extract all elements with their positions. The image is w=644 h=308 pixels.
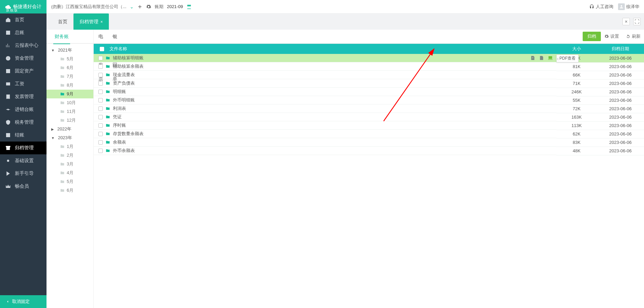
refresh-button[interactable]: 刷新 [622,33,644,39]
tree-month[interactable]: 7月 [47,72,93,81]
settings-button[interactable]: 设置 [601,33,622,39]
nav-item-chart[interactable]: 云报表中心 [0,39,47,52]
nav-item-setting[interactable]: 基础设置 [0,154,47,167]
company-selector[interactable]: (勿删）江西服宝精品有限责任公司（... [51,4,126,10]
brand-edition: 旗舰版 [6,8,18,13]
row-checkbox[interactable] [98,98,103,102]
tree-month[interactable]: 6月 [47,186,93,195]
row-checkbox[interactable] [98,132,103,136]
file-size: 81K [556,62,597,71]
period-value[interactable]: 2021-09 [167,4,183,9]
tree-year[interactable]: ▼2021年 [47,46,93,55]
row-checkbox[interactable] [98,56,103,60]
nav-item-asset[interactable]: 固定资产 [0,65,47,78]
close-tab-button[interactable]: × [622,18,630,25]
sub-tab-finance[interactable]: 财务账 [50,29,73,43]
nav-item-ledger[interactable]: 总账 [0,26,47,39]
table-row[interactable]: 序时账 113K 2023-06-06 [94,121,644,130]
nav-item-vip[interactable]: 畅会员 [0,180,47,193]
tree-month-label: 9月 [67,91,73,97]
invoice-icon [5,94,11,99]
row-checkbox[interactable] [98,90,103,94]
user-menu[interactable]: 徐泽华 [618,3,639,10]
nav-item-guide[interactable]: 新手引导 [0,167,47,180]
nav-item-tax[interactable]: 税务管理 [0,116,47,129]
tree-month[interactable]: 1月 [47,142,93,151]
row-checkbox[interactable] [98,140,103,145]
tree-month[interactable]: 2月 [47,151,93,160]
row-checkbox[interactable] [98,73,103,77]
select-all-checkbox[interactable] [100,47,104,51]
tree-month[interactable]: 5月 [47,55,93,63]
close-icon[interactable]: × [100,20,103,24]
table-row[interactable]: 辅助核算余额表 81K 2023-06-06 [94,62,644,71]
folder-icon [60,179,65,184]
folder-icon [60,118,65,123]
chevron-icon: ▼ [51,136,55,140]
nav-item-home[interactable]: 首页 [0,13,47,26]
consult-link[interactable]: 人工咨询 [589,4,613,10]
tree-month[interactable]: 12月 [47,116,93,125]
archive-button[interactable]: 归档 [583,32,601,41]
table-row[interactable]: 外币余额表 48K 2023-06-06 [94,147,644,155]
row-checkbox[interactable] [98,81,103,86]
chart-icon [5,43,11,48]
table-row[interactable]: 外币明细账 55K 2023-06-06 [94,96,644,104]
brand-logo[interactable]: 畅捷通好会计 旗舰版 [0,0,47,13]
tree-month[interactable]: 11月 [47,107,93,116]
file-size: 66K [556,71,597,79]
plus-icon[interactable] [137,4,143,9]
row-checkbox[interactable] [98,64,103,69]
headset-icon [589,4,594,9]
chevron-down-icon[interactable]: ⌄ [130,4,134,9]
file-date: 2023-06-06 [597,88,644,96]
tree-month[interactable]: 5月 [47,177,93,186]
nav-item-archive[interactable]: 归档管理 [0,142,47,154]
table-row[interactable]: 明细账 246K 2023-06-06 [94,88,644,96]
pdf-download-icon[interactable] [539,55,544,61]
gear-icon[interactable] [146,4,151,9]
row-checkbox[interactable] [98,106,103,111]
table-row[interactable]: 凭证 163K 2023-06-06 [94,113,644,121]
home-icon [5,17,11,23]
tree-month[interactable]: 4月 [47,168,93,177]
row-checkbox[interactable] [98,115,103,119]
nav-item-inout[interactable]: 进销台账 [0,103,47,116]
nav-label: 工资 [15,81,24,87]
page-tab-0[interactable]: 首页 [52,13,73,30]
tree-month[interactable]: 8月 [47,81,93,90]
row-checkbox[interactable] [98,123,103,128]
table-row[interactable]: 现金流量表 66K 2023-06-06 [94,71,644,79]
table-row[interactable]: 利润表 72K 2023-06-06 [94,104,644,113]
nav-item-close[interactable]: 结账 [0,129,47,142]
sub-tab-bank[interactable]: 银行回单 [108,29,122,43]
file-table: 文件名称 大小 归档日期 辅助核算明细账 PDF查看 16K 2023-06-0 [94,44,644,308]
tree-month[interactable]: 9月 [47,90,93,98]
table-row[interactable]: 余额表 83K 2023-06-06 [94,138,644,147]
excel-download-icon[interactable] [530,55,535,61]
row-checkbox[interactable] [98,149,103,153]
file-name: 外币余额表 [113,148,135,154]
nav-item-invoice[interactable]: 发票管理 [0,90,47,103]
tree-year[interactable]: ▼2023年 [47,133,93,142]
page-tab-1[interactable]: 归档管理× [73,13,109,30]
fullscreen-button[interactable]: ⛶ [633,18,641,25]
table-row[interactable]: 资产负债表 71K 2023-06-06 [94,79,644,88]
page-tab-label: 首页 [58,19,67,24]
tree-month[interactable]: 6月 [47,63,93,72]
sub-tab-einvoice[interactable]: 电子发票 [94,29,108,43]
calendar-icon[interactable] [186,4,192,9]
unpin-button[interactable]: 取消固定 [0,295,47,308]
table-row[interactable]: 存货数量余额表 62K 2023-06-06 [94,130,644,138]
toolbar: 电子发票 银行回单 归档 设置 刷新 [94,30,644,44]
file-date: 2023-06-06 [597,130,644,138]
nav-item-wage[interactable]: 工资 [0,78,47,90]
tree-year[interactable]: ▶2022年 [47,125,93,133]
file-date: 2023-06-06 [597,54,644,62]
tree-month[interactable]: 3月 [47,160,93,168]
nav-item-money[interactable]: 资金管理 [0,52,47,65]
file-date: 2023-06-06 [597,71,644,79]
table-row[interactable]: 辅助核算明细账 PDF查看 16K 2023-06-06 [94,54,644,62]
tree-month[interactable]: 10月 [47,98,93,107]
pdf-view-icon[interactable] [548,55,553,61]
